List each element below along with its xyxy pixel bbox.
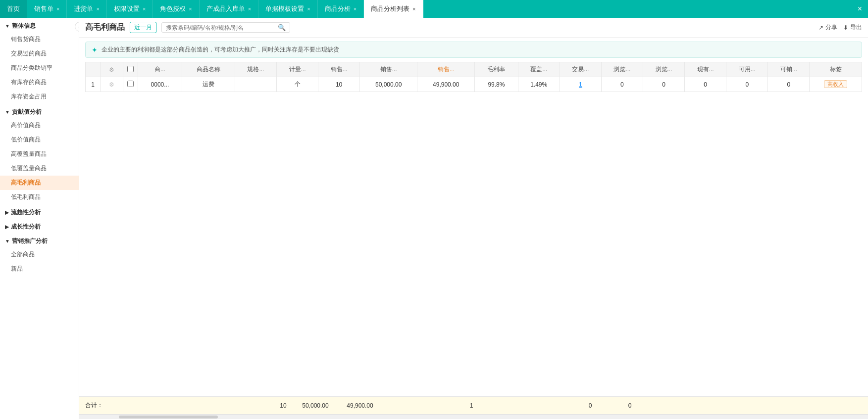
arrow-down-icon-2: ▼ bbox=[5, 109, 10, 115]
col-checkbox bbox=[123, 62, 138, 77]
nav-purchase-label: 进货单 bbox=[74, 4, 93, 13]
share-button[interactable]: ↗ 分享 bbox=[818, 23, 837, 32]
nav-sales-close[interactable]: × bbox=[56, 6, 59, 12]
cell-unit: 个 bbox=[276, 77, 318, 92]
col-current-header[interactable]: 现有... bbox=[685, 62, 726, 77]
sidebar-item-high-value[interactable]: 高价值商品 bbox=[0, 118, 79, 133]
nav-close-all-button[interactable]: × bbox=[852, 0, 868, 18]
sidebar-group-marketing[interactable]: ▼ 营销推广分析 bbox=[0, 233, 79, 247]
export-icon: ⬇ bbox=[843, 24, 848, 31]
sidebar-item-new-goods[interactable]: 新品 bbox=[0, 262, 79, 276]
cell-settings[interactable]: ⚙ bbox=[101, 77, 123, 92]
export-button[interactable]: ⬇ 导出 bbox=[843, 23, 862, 32]
col-settings[interactable]: ⚙ bbox=[101, 62, 123, 77]
col-sales-cost-header[interactable]: 销售... bbox=[417, 62, 475, 77]
nav-product-in-close[interactable]: × bbox=[248, 6, 251, 12]
col-browse1-header[interactable]: 浏览... bbox=[601, 62, 643, 77]
footer-spacer1 bbox=[382, 402, 452, 409]
sidebar-item-all-goods[interactable]: 全部商品 bbox=[0, 247, 79, 262]
nav-purchase-close[interactable]: × bbox=[96, 6, 99, 12]
nav-home-label: 首页 bbox=[7, 4, 20, 13]
col-unit-header[interactable]: 计量... bbox=[276, 62, 318, 77]
nav-analysis-label: 商品分析 bbox=[325, 4, 351, 13]
footer-sales-qty-val: 10 bbox=[273, 402, 293, 409]
cell-transaction[interactable]: 1 bbox=[560, 77, 601, 92]
col-available-header[interactable]: 可用... bbox=[726, 62, 768, 77]
sidebar-group-growth[interactable]: ▶ 成长性分析 bbox=[0, 219, 79, 233]
share-icon: ↗ bbox=[818, 24, 823, 31]
sidebar-item-low-value[interactable]: 低价值商品 bbox=[0, 133, 79, 147]
cell-checkbox[interactable] bbox=[123, 77, 138, 92]
col-code-header[interactable]: 商... bbox=[138, 62, 182, 77]
sidebar-group-flow[interactable]: ▶ 流趋性分析 bbox=[0, 204, 79, 219]
sidebar-item-high-coverage[interactable]: 高覆盖量商品 bbox=[0, 147, 79, 161]
sidebar-item-low-margin[interactable]: 低毛利商品 bbox=[0, 190, 79, 204]
nav-analysis[interactable]: 商品分析 × bbox=[318, 0, 364, 18]
sidebar-item-sales-goods[interactable]: 销售货商品 bbox=[0, 32, 79, 47]
col-saleable-header[interactable]: 可销... bbox=[768, 62, 810, 77]
sidebar-group-overall[interactable]: ▼ 整体信息 bbox=[0, 18, 79, 32]
nav-role-close[interactable]: × bbox=[189, 6, 192, 12]
nav-template-label: 单据模板设置 bbox=[265, 4, 304, 13]
footer-sales-amount-val: 50,000.00 bbox=[293, 402, 338, 409]
sidebar-item-stock-capital[interactable]: 库存资金占用 bbox=[0, 90, 79, 104]
nav-analysis-close[interactable]: × bbox=[354, 6, 357, 12]
col-coverage-header[interactable]: 覆盖... bbox=[518, 62, 560, 77]
row-checkbox[interactable] bbox=[127, 81, 134, 87]
sidebar-item-low-coverage[interactable]: 低覆盖量商品 bbox=[0, 161, 79, 176]
sidebar-item-high-margin[interactable]: 高毛利商品 bbox=[0, 176, 79, 190]
sidebar-item-category-sales-rate[interactable]: 商品分类助销率 bbox=[0, 61, 79, 75]
nav-product-in[interactable]: 产成品入库单 × bbox=[200, 0, 258, 18]
cell-spec bbox=[235, 77, 276, 92]
nav-permission[interactable]: 权限设置 × bbox=[107, 0, 153, 18]
nav-template[interactable]: 单据模板设置 × bbox=[258, 0, 317, 18]
sidebar-group-growth-label: 成长性分析 bbox=[11, 223, 41, 231]
sidebar-group-contribution[interactable]: ▼ 贡献值分析 bbox=[0, 104, 79, 118]
cell-current: 0 bbox=[685, 77, 726, 92]
top-nav: 首页 销售单 × 进货单 × 权限设置 × 角色授权 × 产成品入库单 × 单据… bbox=[0, 0, 868, 18]
col-tag-header[interactable]: 标签 bbox=[810, 62, 862, 77]
footer-current-val: 0 bbox=[570, 402, 610, 409]
nav-product-in-label: 产成品入库单 bbox=[206, 4, 245, 13]
arrow-down-icon: ▼ bbox=[5, 23, 10, 29]
col-gross-margin-header[interactable]: 毛利率 bbox=[475, 62, 518, 77]
footer-spacer2 bbox=[491, 402, 531, 409]
table-row: 1⚙0000...运费个1050,000.0049,900.0099.8%1.4… bbox=[86, 77, 862, 92]
nav-analysis-list-close[interactable]: × bbox=[412, 6, 415, 12]
col-name-header[interactable]: 商品名称 bbox=[182, 62, 235, 77]
col-sales-amount-header[interactable]: 销售... bbox=[360, 62, 417, 77]
nav-role[interactable]: 角色授权 × bbox=[153, 0, 199, 18]
nav-sales[interactable]: 销售单 × bbox=[27, 0, 67, 18]
col-spec-header[interactable]: 规格... bbox=[235, 62, 276, 77]
nav-purchase[interactable]: 进货单 × bbox=[67, 0, 106, 18]
cell-tag: 高收入 bbox=[810, 77, 862, 92]
info-icon: ✦ bbox=[92, 46, 98, 54]
sidebar-item-in-stock-goods[interactable]: 有库存的商品 bbox=[0, 75, 79, 90]
col-browse2-header[interactable]: 浏览... bbox=[643, 62, 684, 77]
footer-spacer3 bbox=[531, 402, 570, 409]
search-icon[interactable]: 🔍 bbox=[278, 24, 286, 31]
time-filter-button[interactable]: 近一月 bbox=[130, 22, 156, 33]
cell-saleable: 0 bbox=[768, 77, 810, 92]
nav-permission-close[interactable]: × bbox=[143, 6, 146, 12]
scroll-bar-thumb[interactable] bbox=[119, 416, 218, 419]
cell-browse1: 0 bbox=[601, 77, 643, 92]
close-all-icon: × bbox=[858, 4, 862, 13]
content-header: 高毛利商品 近一月 🔍 ↗ 分享 ⬇ 导出 bbox=[79, 18, 868, 38]
footer-cells: 10 50,000.00 49,900.00 1 0 0 bbox=[125, 402, 862, 409]
sidebar-item-traded-goods[interactable]: 交易过的商品 bbox=[0, 47, 79, 61]
table-container[interactable]: ⚙ 商... 商品名称 规格... 计量... 销售... 销售... 销售..… bbox=[79, 62, 868, 396]
search-box: 🔍 bbox=[161, 22, 290, 33]
transaction-link[interactable]: 1 bbox=[579, 81, 582, 88]
share-label: 分享 bbox=[825, 23, 837, 32]
select-all-checkbox[interactable] bbox=[127, 66, 134, 72]
nav-home[interactable]: 首页 bbox=[0, 0, 27, 18]
col-transaction-header[interactable]: 交易... bbox=[560, 62, 601, 77]
nav-template-close[interactable]: × bbox=[307, 6, 310, 12]
nav-analysis-list[interactable]: 商品分析列表 × bbox=[364, 0, 423, 18]
footer-sales-cost-val: 49,900.00 bbox=[338, 402, 382, 409]
scroll-bar-area[interactable] bbox=[79, 414, 868, 419]
col-sales-qty-header[interactable]: 销售... bbox=[318, 62, 360, 77]
nav-sales-label: 销售单 bbox=[34, 4, 53, 13]
search-input[interactable] bbox=[166, 24, 278, 31]
